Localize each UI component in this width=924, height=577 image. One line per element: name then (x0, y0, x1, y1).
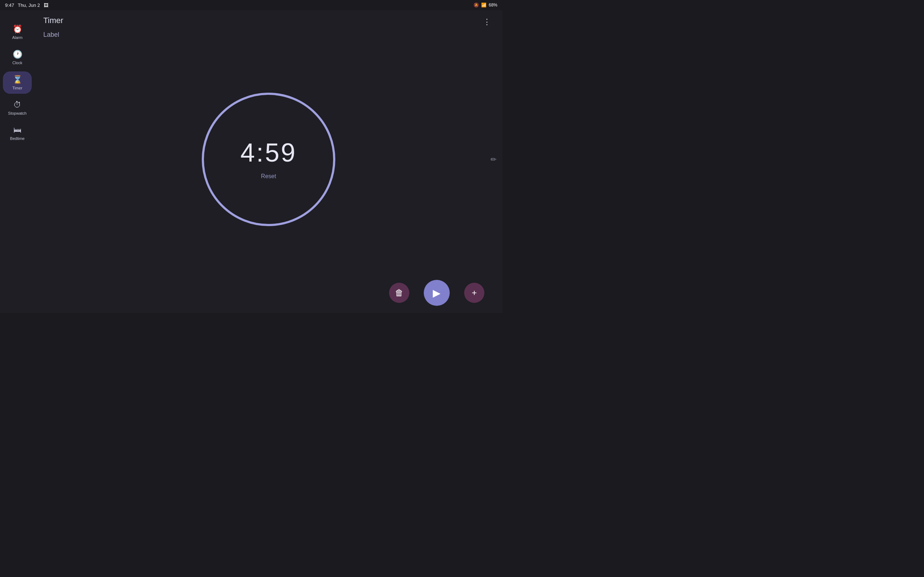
status-left: 9:47 Thu, Jun 2 🖼 (5, 3, 48, 8)
timer-inner: 4:59 Reset (200, 91, 337, 228)
play-button[interactable]: ▶ (424, 280, 450, 306)
status-date: Thu, Jun 2 (18, 3, 40, 8)
sidebar-item-bedtime[interactable]: 🛏 Bedtime (3, 122, 32, 144)
more-options-button[interactable]: ⋮ (480, 16, 494, 28)
sidebar-item-alarm[interactable]: ⏰ Alarm (3, 21, 32, 43)
edit-icon[interactable]: ✏ (491, 155, 497, 164)
add-icon: + (472, 288, 477, 298)
wifi-icon: 📶 (481, 3, 486, 8)
stopwatch-icon: ⏱ (13, 100, 21, 110)
sidebar-item-timer[interactable]: ⌛ Timer (3, 71, 32, 94)
photo-icon: 🖼 (44, 3, 48, 8)
add-timer-button[interactable]: + (464, 283, 485, 303)
sidebar-label-alarm: Alarm (12, 35, 23, 40)
clock-icon: 🕐 (13, 50, 23, 59)
sidebar-item-clock[interactable]: 🕐 Clock (3, 46, 32, 69)
bottom-actions: 🗑 ▶ + (35, 272, 502, 313)
header: Timer ⋮ (35, 10, 502, 31)
reset-button[interactable]: Reset (255, 172, 282, 181)
main-content: Timer ⋮ Label 4:59 Reset ✏ 🗑 ▶ + (35, 10, 502, 313)
timer-icon: ⌛ (13, 75, 23, 84)
delete-timer-button[interactable]: 🗑 (389, 283, 409, 303)
sidebar-item-stopwatch[interactable]: ⏱ Stopwatch (3, 97, 32, 119)
sidebar-label-timer: Timer (12, 86, 23, 90)
timer-circle: 4:59 Reset (200, 91, 337, 228)
status-time: 9:47 (5, 3, 14, 8)
status-right: 🔕 📶 68% (473, 3, 498, 8)
timer-label[interactable]: Label (35, 31, 502, 46)
status-bar: 9:47 Thu, Jun 2 🖼 🔕 📶 68% (0, 0, 502, 10)
sidebar: ⏰ Alarm 🕐 Clock ⌛ Timer ⏱ Stopwatch 🛏 Be… (0, 10, 35, 313)
alarm-icon: ⏰ (13, 24, 23, 34)
sidebar-label-bedtime: Bedtime (10, 136, 24, 141)
bedtime-icon: 🛏 (13, 126, 21, 135)
sidebar-label-clock: Clock (12, 61, 23, 65)
delete-icon: 🗑 (395, 288, 404, 298)
timer-display: 4:59 (241, 138, 297, 167)
header-left: Timer (43, 16, 63, 25)
mute-icon: 🔕 (473, 3, 479, 8)
page-title: Timer (43, 16, 63, 25)
timer-area: 4:59 Reset ✏ (35, 46, 502, 272)
play-icon: ▶ (433, 287, 441, 299)
sidebar-label-stopwatch: Stopwatch (8, 111, 26, 115)
battery-level: 68% (489, 3, 498, 8)
